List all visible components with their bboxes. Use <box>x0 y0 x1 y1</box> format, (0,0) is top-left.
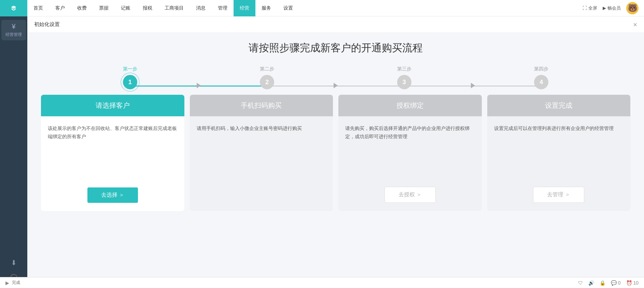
card-4-body: 设置完成后可以在管理列表进行所有企业用户的经营管理 <box>487 116 631 181</box>
card-1-body: 该处展示的客户为不在回收站、客户状态正常建账后完成老板端绑定的所有客户 <box>41 116 184 182</box>
page-header: 初始化设置 × <box>27 16 644 33</box>
vip-btn[interactable]: ▶ 畅会员 <box>603 5 621 11</box>
nav-home[interactable]: 首页 <box>27 0 49 16</box>
step-4-label: 第四步 <box>534 66 548 72</box>
card-2-footer <box>190 197 333 211</box>
step-1-label: 第一步 <box>123 66 137 72</box>
avatar[interactable]: 🐻 <box>626 2 639 14</box>
section-title: 请按照步骤完成新客户的开通购买流程 <box>41 41 630 55</box>
card-1-footer: 去选择 ＞ <box>41 182 184 211</box>
card-4-header: 设置完成 <box>487 95 631 116</box>
clock-count: ⏰ 10 <box>626 280 639 286</box>
download-icon[interactable]: ⬇ <box>8 257 20 269</box>
nav-settings[interactable]: 设置 <box>277 0 299 16</box>
nav-fee[interactable]: 收费 <box>71 0 93 16</box>
nav-tax[interactable]: 报税 <box>137 0 158 16</box>
nav-bookkeeping[interactable]: 记账 <box>115 0 137 16</box>
step-3-circle: 3 <box>397 75 411 89</box>
status-right: 🛡 🔊 🔒 💬 0 ⏰ 10 <box>578 280 639 286</box>
main-content: 初始化设置 × 请按照步骤完成新客户的开通购买流程 第一步 1 第二步 2 <box>27 16 644 288</box>
operation-icon: ¥ <box>12 23 15 30</box>
lock-icon: 🔒 <box>600 280 605 286</box>
card-1: 请选择客户 该处展示的客户为不在回收站、客户状态正常建账后完成老板端绑定的所有客… <box>41 95 184 211</box>
nav-menu: 首页 客户 收费 票据 记账 报税 工商项目 消息 管理 经营 服务 设置 <box>27 0 299 16</box>
step-1-circle: 1 <box>123 75 137 89</box>
shield-icon: 🛡 <box>578 280 583 286</box>
sidebar: ¥ 经营管理 ⬇ 🎧 <box>0 16 27 288</box>
card-3-button[interactable]: 去授权 ＞ <box>384 187 436 203</box>
volume-icon: 🔊 <box>588 280 594 286</box>
fullscreen-icon: ⛶ <box>583 5 587 11</box>
step-3-label: 第三步 <box>397 66 411 72</box>
card-2: 手机扫码购买 请用手机扫码，输入小微企业主账号密码进行购买 <box>190 95 333 211</box>
nav-business[interactable]: 工商项目 <box>158 0 190 16</box>
card-1-header: 请选择客户 <box>41 95 184 116</box>
statusbar: ▶ 完成 🛡 🔊 🔒 💬 0 ⏰ 10 <box>0 277 644 288</box>
topbar: 首页 客户 收费 票据 记账 报税 工商项目 消息 管理 经营 服务 设置 ⛶ … <box>0 0 644 16</box>
nav-operation[interactable]: 经营 <box>234 0 255 16</box>
card-4-footer: 去管理 ＞ <box>487 181 631 211</box>
nav-invoice[interactable]: 票据 <box>93 0 115 16</box>
logo <box>0 0 27 16</box>
card-3-body: 请先购买，购买后选择开通的产品中的企业用户进行授权绑定，成功后即可进行经营管理 <box>338 116 482 181</box>
card-1-button[interactable]: 去选择 ＞ <box>87 187 138 203</box>
card-4: 设置完成 设置完成后可以在管理列表进行所有企业用户的经营管理 去管理 ＞ <box>487 95 631 211</box>
card-3-header: 授权绑定 <box>338 95 482 116</box>
card-2-body: 请用手机扫码，输入小微企业主账号密码进行购买 <box>190 116 333 197</box>
step-2-circle: 2 <box>260 75 274 89</box>
card-3-footer: 去授权 ＞ <box>338 181 482 211</box>
step-2-label: 第二步 <box>260 66 274 72</box>
card-4-button[interactable]: 去管理 ＞ <box>533 187 584 203</box>
close-button[interactable]: × <box>633 21 637 28</box>
card-3: 授权绑定 请先购买，购买后选择开通的产品中的企业用户进行授权绑定，成功后即可进行… <box>338 95 482 211</box>
nav-manage[interactable]: 管理 <box>212 0 234 16</box>
steps-container: 第一步 1 第二步 2 第三步 3 <box>41 66 630 89</box>
chat-count: 💬 0 <box>611 280 621 286</box>
cards-container: 请选择客户 该处展示的客户为不在回收站、客户状态正常建账后完成老板端绑定的所有客… <box>41 95 630 211</box>
nav-service[interactable]: 服务 <box>255 0 277 16</box>
step-1: 第一步 1 <box>61 66 199 89</box>
nav-customer[interactable]: 客户 <box>49 0 71 16</box>
step-4-circle: 4 <box>534 75 548 89</box>
nav-message[interactable]: 消息 <box>190 0 212 16</box>
vip-icon: ▶ <box>603 5 606 11</box>
page-title: 初始化设置 <box>34 21 60 28</box>
fullscreen-btn[interactable]: ⛶ 全屏 <box>583 5 597 11</box>
play-icon: ▶ <box>5 280 9 286</box>
sidebar-item-operation[interactable]: ¥ 经营管理 <box>1 20 26 40</box>
content-area: 请按照步骤完成新客户的开通购买流程 第一步 1 第二步 2 <box>27 33 644 288</box>
status-text: 完成 <box>12 280 20 286</box>
card-2-header: 手机扫码购买 <box>190 95 333 116</box>
topbar-right: ⛶ 全屏 ▶ 畅会员 🐻 <box>583 2 644 14</box>
status-left: ▶ 完成 <box>5 280 20 286</box>
